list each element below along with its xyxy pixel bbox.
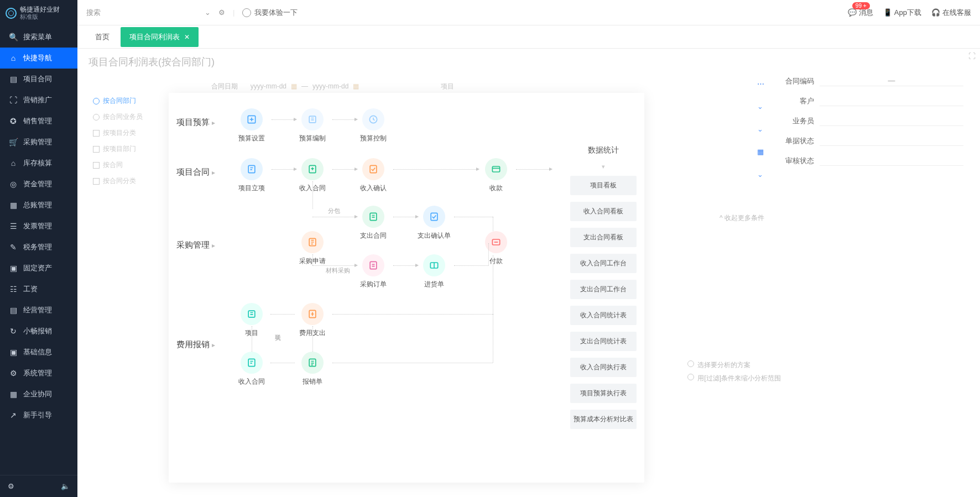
section-contract[interactable]: 项目合同▸ [176, 167, 215, 177]
filter-label: 审核状态 [775, 156, 814, 166]
node-expense-form[interactable]: 报销单 [295, 352, 330, 386]
report-tree-item[interactable]: 按合同 [93, 157, 159, 173]
node-project-init[interactable]: 项目立项 [234, 158, 269, 193]
system-icon: ⚙ [9, 369, 18, 378]
chevron-right-icon: ▸ [212, 119, 215, 127]
stat-project-board[interactable]: 项目看板 [570, 176, 637, 195]
nav-search[interactable]: 🔍搜索菜单 [0, 27, 77, 48]
section-expense[interactable]: 费用报销▸ [176, 339, 215, 350]
nav-label: 工资 [23, 284, 38, 294]
collapse-more[interactable]: ^ 收起更多条件 [720, 213, 764, 223]
nav-ledger[interactable]: ▦总账管理 [0, 195, 77, 216]
more-icon[interactable]: ⋯ [757, 80, 764, 88]
audit-status-field[interactable] [820, 156, 963, 166]
guide-icon: ↗ [9, 411, 18, 420]
brand-logo-icon [6, 8, 17, 19]
node-purchase-order[interactable]: 采购订单 [356, 254, 391, 289]
nav-purchase[interactable]: 🛒采购管理 [0, 132, 77, 153]
filter-label: 客户 [775, 96, 814, 106]
nav-project-contract[interactable]: ▤项目合同 [0, 69, 77, 90]
nav-operation[interactable]: ▤经营管理 [0, 300, 77, 321]
fullscreen-icon[interactable]: ⛶ [968, 52, 976, 60]
filter-panel-right: 合同编码— 客户 业务员 单据状态 审核状态 [775, 76, 963, 176]
node-goods-in[interactable]: 进货单 [416, 254, 452, 289]
speaker-icon[interactable]: 🔈 [61, 482, 70, 490]
messages-link[interactable]: 99 + 💬 消息 [848, 8, 873, 18]
nav-expense[interactable]: ↻小畅报销 [0, 321, 77, 342]
chevron-down-icon[interactable]: ⌄ [757, 125, 764, 133]
search-dropdown-icon[interactable]: ⌄ [205, 8, 211, 17]
stat-expense-workbench[interactable]: 支出合同工作台 [570, 280, 637, 299]
node-receipt[interactable]: 收款 [478, 158, 514, 193]
settings-icon[interactable]: ⚙ [8, 482, 14, 490]
customer-field[interactable] [820, 96, 963, 106]
nav-collab[interactable]: ▦企业协同 [0, 384, 77, 405]
nav-invoice[interactable]: ☰发票管理 [0, 216, 77, 237]
nav-fixed-asset[interactable]: ▣固定资产 [0, 258, 77, 279]
node-expense-confirm[interactable]: 支出确认单 [416, 206, 452, 240]
nav-inventory[interactable]: ⌂库存核算 [0, 153, 77, 174]
node-expense-contract[interactable]: 支出合同 [356, 206, 391, 240]
stat-income-stats[interactable]: 收入合同统计表 [570, 306, 637, 325]
stat-budget-exec[interactable]: 项目预算执行表 [570, 384, 637, 403]
salesperson-field[interactable] [820, 116, 963, 126]
section-purchase[interactable]: 采购管理▸ [176, 240, 215, 250]
svg-rect-11 [370, 261, 377, 269]
node-budget-set[interactable]: 预算设置 [234, 108, 269, 143]
report-tree-item[interactable]: 按合同分类 [93, 173, 159, 189]
nav-label: 库存核算 [23, 158, 52, 168]
nav-tax[interactable]: ✎税务管理 [0, 237, 77, 258]
stat-income-exec[interactable]: 收入合同执行表 [570, 358, 637, 377]
nav-funds[interactable]: ◎资金管理 [0, 174, 77, 195]
support-link[interactable]: 🎧 在线客服 [931, 8, 971, 18]
doc-status-field[interactable] [820, 136, 963, 146]
stat-expense-board[interactable]: 支出合同看板 [570, 228, 637, 247]
report-tree-item[interactable]: 按项目部门 [93, 141, 159, 157]
nav-basic-info[interactable]: ▣基础信息 [0, 342, 77, 363]
filter-label: 单据状态 [775, 136, 814, 146]
stat-income-workbench[interactable]: 收入合同工作台 [570, 254, 637, 273]
chat-icon: 💬 [848, 8, 857, 17]
nav-guide[interactable]: ↗新手引导 [0, 405, 77, 426]
report-tree-item[interactable]: 按合同业务员 [93, 109, 159, 125]
nav-label: 资金管理 [23, 179, 52, 189]
cloud-icon [242, 8, 251, 17]
tab-report[interactable]: 项目合同利润表 ✕ [121, 27, 199, 47]
node-income-confirm[interactable]: 收入确认 [356, 158, 391, 193]
tabs: 首页 项目合同利润表 ✕ [77, 25, 980, 49]
nav-label: 发票管理 [23, 221, 52, 231]
nav-label: 企业协同 [23, 389, 52, 399]
chevron-right-icon: ▸ [212, 341, 215, 349]
app-download-link[interactable]: 📱 App下载 [883, 8, 921, 18]
contract-code-field[interactable]: — [820, 76, 963, 86]
chevron-down-icon[interactable]: ⌄ [757, 170, 764, 179]
demo-link[interactable]: 我要体验一下 [242, 8, 298, 18]
nav-marketing[interactable]: ⛶营销推广 [0, 90, 77, 111]
report-tree-item[interactable]: 按项目分类 [93, 125, 159, 141]
expense-icon: ↻ [9, 327, 18, 336]
node-budget-control[interactable]: 预算控制 [356, 108, 391, 143]
tab-home[interactable]: 首页 [86, 27, 118, 47]
nav-quicknav[interactable]: ⌂快捷导航 [0, 48, 77, 69]
empty-state-hint: 选择要分析的方案 用[过滤]条件来缩小分析范围 [687, 358, 781, 385]
node-income-contract-2[interactable]: 收入合同 [234, 352, 269, 386]
calendar-icon[interactable]: ▦ [757, 148, 764, 156]
stat-income-board[interactable]: 收入合同看板 [570, 202, 637, 221]
stat-expense-stats[interactable]: 支出合同统计表 [570, 332, 637, 351]
global-search[interactable]: 搜索 [86, 8, 197, 18]
report-tree-item[interactable]: 按合同部门 [93, 93, 159, 109]
close-icon[interactable]: ✕ [184, 33, 190, 41]
settings-top-icon[interactable]: ⚙ [218, 8, 225, 17]
node-payment[interactable]: 付款 [478, 231, 514, 266]
ledger-icon: ▦ [9, 201, 18, 210]
topbar: 搜索 ⌄ ⚙ | 我要体验一下 99 + 💬 消息 📱 App下载 [77, 0, 980, 25]
section-budget[interactable]: 项目预算▸ [176, 117, 215, 128]
nav-sales[interactable]: ✪销售管理 [0, 111, 77, 132]
chevron-down-icon[interactable]: ⌄ [757, 102, 764, 111]
nav-system[interactable]: ⚙系统管理 [0, 363, 77, 384]
nav-label: 采购管理 [23, 137, 52, 147]
nav-salary[interactable]: ☷工资 [0, 279, 77, 300]
svg-rect-6 [492, 166, 499, 172]
node-budget-make[interactable]: 预算编制 [295, 108, 330, 143]
stat-budget-cost[interactable]: 预算成本分析对比表 [570, 410, 637, 429]
